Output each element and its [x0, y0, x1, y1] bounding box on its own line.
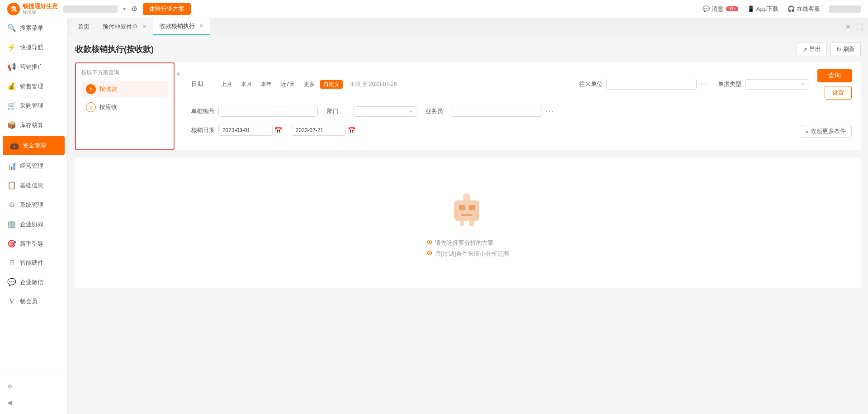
tab-expand-btn[interactable]: ⛶	[854, 21, 864, 32]
inventory-icon: 📦	[7, 121, 16, 129]
page-title-row: 收款核销执行(按收款) ↗ 导出 ↻ 刷新	[75, 43, 861, 56]
tab-collect[interactable]: 收款核销执行 ✕	[153, 18, 210, 35]
export-icon: ↗	[802, 46, 807, 53]
staff-input[interactable]	[452, 106, 542, 117]
filter-option-receivable-label: 按应收	[99, 103, 117, 111]
svg-rect-5	[454, 209, 458, 218]
verify-date-start[interactable]	[218, 125, 273, 136]
sidebar-label-sales: 销售管理	[20, 82, 43, 90]
sidebar-item-inventory[interactable]: 📦 库存核算	[0, 115, 67, 135]
tab-bar: 首页 预付冲应付单 ✕ 收款核销执行 ✕ ✕ ⛶	[68, 18, 868, 35]
sidebar-label-ops: 经营管理	[20, 162, 43, 170]
verify-date-range: 📅 — 📅	[218, 125, 355, 136]
receipt-icon: ¥	[86, 84, 96, 94]
sidebar-label-shortcut: 快捷导航	[20, 43, 43, 52]
sidebar-item-marketing[interactable]: 📢 营销推广	[0, 57, 67, 76]
sidebar-label-hardware: 智能硬件	[20, 259, 43, 267]
filter-row-2: 单据编号 部门 ▾ 业务员	[191, 106, 852, 117]
sidebar-settings-btn[interactable]: ⚙	[0, 379, 67, 395]
verify-date-start-cal[interactable]: 📅	[274, 127, 282, 134]
sidebar-item-search[interactable]: 🔍 搜索菜单	[0, 18, 67, 38]
verify-date-end-cal[interactable]: 📅	[348, 127, 355, 134]
sidebar-item-enterprise[interactable]: 🏢 企业协同	[0, 214, 67, 234]
finance-icon: 💼	[10, 141, 19, 150]
filter-row-1: 日期 上月 本月 本年 近7天 更多 自定义 不限 至 2023-07-26	[191, 69, 852, 100]
message-action[interactable]: 💬 消息 99+	[703, 5, 738, 13]
collapse-more-button[interactable]: « 收起更多条件	[800, 125, 852, 138]
query-button[interactable]: 查询	[817, 69, 852, 82]
filter-option-receipt[interactable]: ¥ 按收款	[81, 81, 168, 97]
empty-illustration	[445, 185, 491, 230]
refresh-button[interactable]: ↻ 刷新	[830, 43, 861, 56]
sidebar-item-basic[interactable]: 📋 基础信息	[0, 176, 67, 195]
receivable-icon: ○	[86, 102, 96, 112]
page-content: 收款核销执行(按收款) ↗ 导出 ↻ 刷新 按以下方案查询	[68, 35, 868, 414]
refresh-label: 刷新	[843, 45, 855, 53]
staff-dots[interactable]: ···	[546, 107, 554, 115]
collapse-more-icon: «	[806, 128, 809, 135]
sidebar-item-system[interactable]: ⚙ 系统管理	[0, 195, 67, 214]
tab-bar-actions: ✕ ⛶	[844, 21, 864, 32]
sidebar-item-shortcut[interactable]: ⚡ 快捷导航	[0, 38, 67, 57]
marketing-icon: 📢	[7, 62, 16, 71]
sidebar-item-guide[interactable]: 🎯 新手引导	[0, 234, 67, 253]
tab-collect-close[interactable]: ✕	[199, 23, 203, 29]
export-button[interactable]: ↗ 导出	[797, 43, 827, 56]
sidebar-item-wechat[interactable]: 💬 企业微信	[0, 272, 67, 292]
filter-option-receivable[interactable]: ○ 按应收	[81, 99, 168, 115]
tab-prepay-label: 预付冲应付单	[103, 23, 138, 31]
filter-row-3: 核销日期 📅 — 📅 « 收起更多条件	[191, 123, 852, 138]
sidebar-item-ops[interactable]: 📊 经营管理	[0, 156, 67, 176]
more-btn[interactable]: 更多	[300, 80, 318, 89]
last-month-btn[interactable]: 上月	[217, 80, 236, 89]
doc-num-input[interactable]	[218, 106, 318, 117]
sidebar-label-wechat: 企业微信	[20, 278, 43, 286]
export-label: 导出	[809, 45, 821, 53]
tip-text-1: 请先选择要分析的方案	[435, 239, 494, 247]
filter-row-right: 查询 设置	[817, 69, 852, 100]
sidebar-item-purchase[interactable]: 🛒 采购管理	[0, 96, 67, 115]
trial-button[interactable]: 体验行业方案	[143, 3, 191, 15]
dept-select[interactable]: ▾	[353, 106, 416, 117]
svg-rect-8	[469, 221, 474, 226]
this-month-btn[interactable]: 本月	[237, 80, 255, 89]
collapse-icon: ◀	[7, 399, 12, 406]
sidebar-label-finance: 资金管理	[23, 142, 46, 150]
doc-type-chevron: ▾	[802, 81, 804, 87]
sidebar-collapse-btn[interactable]: ◀	[0, 395, 67, 410]
doc-type-select[interactable]: ▾	[745, 79, 808, 90]
app-download-action[interactable]: 📱 App下载	[747, 5, 778, 13]
sidebar-item-member[interactable]: V 畅会员	[0, 292, 67, 311]
tab-close-btn[interactable]: ✕	[844, 21, 853, 32]
svg-rect-2	[469, 205, 475, 210]
dept-chevron: ▾	[410, 109, 412, 114]
sidebar-item-sales[interactable]: 💰 销售管理	[0, 76, 67, 96]
verify-date-dash: —	[284, 127, 290, 134]
verify-date-end[interactable]	[292, 125, 346, 136]
gear-icon[interactable]: ⚙	[131, 5, 137, 13]
date-custom-badge[interactable]: 自定义	[320, 80, 343, 89]
sidebar-item-hardware[interactable]: 🖥 智能硬件	[0, 253, 67, 272]
tab-prepay[interactable]: 预付冲应付单 ✕	[96, 18, 153, 35]
this-year-btn[interactable]: 本年	[257, 80, 275, 89]
svg-rect-7	[460, 221, 464, 226]
counterpart-input[interactable]	[606, 79, 697, 90]
tab-home[interactable]: 首页	[71, 18, 96, 35]
online-service-action[interactable]: 🎧 在线客服	[788, 5, 820, 13]
header-chevron-icon[interactable]: ▾	[123, 6, 126, 12]
sidebar-label-member: 畅会员	[20, 297, 38, 305]
svg-rect-6	[476, 209, 479, 218]
staff-label: 业务员	[425, 107, 448, 115]
verify-date-label: 核销日期	[191, 126, 215, 134]
filter-collapse-btn[interactable]: «	[175, 68, 182, 80]
empty-tip-1: ① 请先选择要分析的方案	[427, 239, 509, 247]
tip-num-1: ①	[427, 239, 432, 246]
sidebar-item-finance[interactable]: 💼 资金管理	[3, 136, 65, 155]
content-area: 首页 预付冲应付单 ✕ 收款核销执行 ✕ ✕ ⛶ 收款核销执行(按收款)	[68, 18, 868, 414]
tab-prepay-close[interactable]: ✕	[142, 24, 146, 29]
counterpart-dots[interactable]: ···	[700, 80, 709, 88]
header-left: 兔 畅捷通好生意 标准版 ▾ ⚙ 体验行业方案	[7, 3, 191, 15]
settings-button[interactable]: 设置	[825, 86, 852, 100]
last-7days-btn[interactable]: 近7天	[277, 80, 298, 89]
message-badge: 99+	[726, 6, 738, 11]
